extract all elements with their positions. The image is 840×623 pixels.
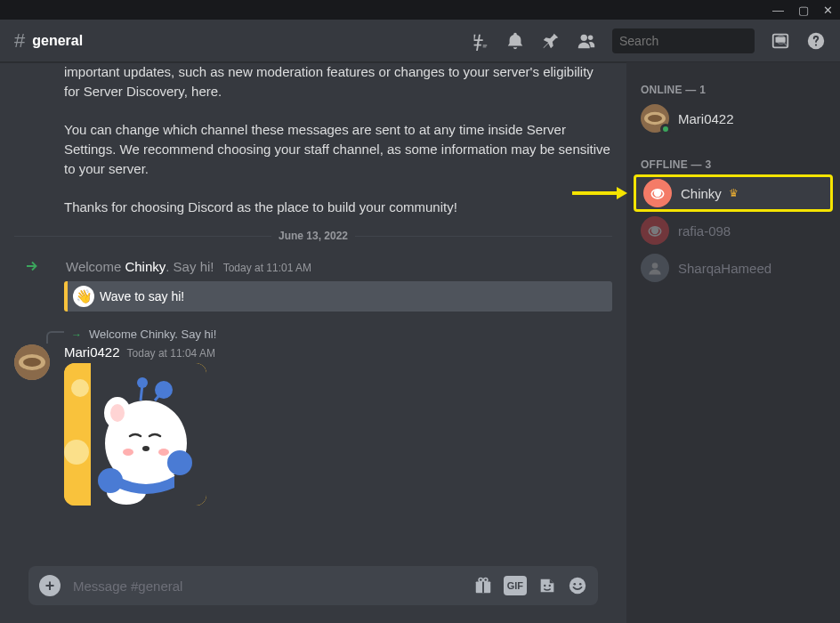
- annotation-arrow: [572, 187, 627, 199]
- window-maximize-button[interactable]: ▢: [798, 4, 809, 17]
- member-row-highlighted[interactable]: Chinky ♛: [634, 174, 833, 212]
- system-paragraph: important updates, such as new moderatio…: [64, 62, 612, 101]
- message-row: Mari0422 Today at 11:04 AM: [14, 344, 612, 506]
- member-avatar: [641, 216, 669, 245]
- hash-icon: #: [14, 29, 25, 53]
- system-message-body: important updates, such as new moderatio…: [14, 62, 612, 217]
- svg-rect-30: [482, 581, 484, 593]
- system-paragraph: Thanks for choosing Discord as the place…: [64, 198, 612, 217]
- svg-point-10: [23, 358, 41, 367]
- inbox-icon[interactable]: [771, 31, 790, 51]
- svg-rect-5: [776, 36, 786, 42]
- svg-point-35: [569, 578, 586, 594]
- svg-line-20: [141, 384, 142, 400]
- online-heading: ONLINE — 1: [634, 77, 833, 100]
- window-minimize-button[interactable]: —: [772, 4, 784, 17]
- wave-emoji-icon: 👋: [73, 286, 94, 307]
- gift-icon[interactable]: [473, 576, 493, 595]
- svg-point-31: [479, 578, 482, 581]
- member-row[interactable]: rafia-098: [634, 212, 833, 249]
- crown-icon: ♛: [729, 187, 739, 199]
- message-author[interactable]: Mari0422: [64, 344, 120, 360]
- offline-heading: OFFLINE — 3: [634, 151, 833, 174]
- message-timestamp: Today at 11:04 AM: [127, 347, 215, 360]
- message-input[interactable]: [73, 578, 461, 594]
- member-name: Mari0422: [678, 111, 734, 126]
- svg-point-24: [123, 449, 133, 456]
- attach-button[interactable]: +: [39, 575, 61, 596]
- svg-point-22: [110, 404, 125, 422]
- reply-spine-icon: [46, 331, 64, 344]
- gif-button[interactable]: GIF: [504, 576, 527, 595]
- sticker-image[interactable]: [64, 363, 206, 506]
- welcome-message: Welcome Chinky. Say hi! Today at 11:01 A…: [14, 255, 612, 281]
- svg-point-23: [142, 446, 149, 451]
- avatar[interactable]: [14, 344, 50, 380]
- svg-point-39: [648, 115, 662, 122]
- svg-point-7: [815, 44, 817, 45]
- member-avatar: [641, 254, 669, 282]
- member-row[interactable]: SharqaHameed: [634, 249, 833, 287]
- svg-point-44: [652, 263, 658, 269]
- member-name: SharqaHameed: [678, 261, 771, 276]
- member-name: Chinky: [681, 186, 722, 201]
- wave-button[interactable]: 👋 Wave to say hi!: [64, 281, 612, 312]
- system-paragraph: You can change which channel these messa…: [64, 120, 612, 178]
- member-name: rafia-098: [678, 223, 731, 239]
- status-online-icon: [660, 124, 671, 134]
- reply-arrow-icon: →: [71, 328, 82, 341]
- channel-name: general: [32, 33, 470, 49]
- svg-point-25: [158, 449, 169, 456]
- bell-icon[interactable]: [505, 31, 525, 51]
- svg-point-2: [588, 35, 594, 40]
- date-label: June 13, 2022: [271, 230, 355, 242]
- member-avatar: [641, 104, 669, 133]
- svg-point-33: [544, 585, 545, 587]
- welcome-text: Welcome Chinky. Say hi! Today at 11:01 A…: [66, 259, 311, 274]
- channel-header: # general: [0, 20, 840, 62]
- reply-context: → Welcome Chinky. Say hi!: [14, 328, 612, 341]
- member-avatar: [643, 179, 672, 207]
- message-composer[interactable]: + GIF: [28, 566, 598, 605]
- svg-point-36: [574, 583, 577, 586]
- threads-icon[interactable]: [470, 31, 489, 51]
- svg-point-34: [549, 585, 551, 587]
- svg-point-1: [581, 34, 587, 40]
- date-divider: June 13, 2022: [14, 230, 612, 242]
- wave-button-label: Wave to say hi!: [100, 289, 184, 303]
- svg-point-13: [64, 440, 89, 465]
- join-arrow-icon: [14, 258, 50, 274]
- svg-point-26: [98, 468, 123, 493]
- message-list: important updates, such as new moderatio…: [0, 62, 626, 623]
- help-icon[interactable]: [806, 31, 826, 51]
- members-icon[interactable]: [577, 31, 596, 51]
- window-titlebar: — ▢ ✕: [0, 0, 840, 20]
- welcome-timestamp: Today at 11:01 AM: [223, 262, 311, 274]
- search-input[interactable]: [619, 34, 775, 48]
- window-close-button[interactable]: ✕: [823, 4, 833, 17]
- member-row[interactable]: Mari0422: [634, 100, 833, 137]
- reply-text: Welcome Chinky. Say hi!: [89, 328, 216, 341]
- svg-point-32: [483, 578, 487, 581]
- member-list: ONLINE — 1 Mari0422 OFFLINE — 3 Chinky ♛: [626, 62, 840, 623]
- pin-icon[interactable]: [541, 31, 561, 51]
- search-box[interactable]: [612, 28, 755, 53]
- svg-point-12: [71, 379, 89, 397]
- sticker-icon[interactable]: [537, 576, 557, 595]
- emoji-icon[interactable]: [568, 576, 587, 595]
- svg-point-37: [579, 583, 582, 586]
- svg-point-27: [167, 450, 192, 475]
